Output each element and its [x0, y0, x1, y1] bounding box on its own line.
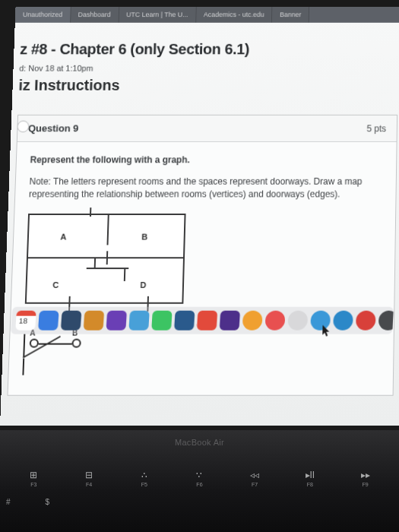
question-note: Note: The letters represent rooms and th…: [29, 176, 382, 201]
room-label-b: B: [141, 232, 147, 243]
laptop-screen: Unauthorized Dashboard UTC Learn | The U…: [0, 7, 399, 426]
macos-dock[interactable]: [11, 307, 394, 334]
key-f8[interactable]: ▸IIF8: [290, 470, 330, 487]
dock-app-icon[interactable]: [378, 311, 394, 331]
key-f4[interactable]: ⊟F4: [69, 470, 109, 487]
dock-app-icon[interactable]: [61, 311, 82, 331]
dock-app-icon[interactable]: [84, 311, 105, 331]
key-f3[interactable]: ⊞F3: [14, 470, 53, 487]
room-label-a: A: [60, 232, 66, 243]
tab-unauthorized[interactable]: Unauthorized: [15, 7, 71, 23]
dock-app-icon[interactable]: [174, 311, 195, 331]
mouse-cursor-icon: [322, 325, 331, 337]
question-label: Question 9: [28, 123, 79, 135]
room-label-c: C: [52, 280, 59, 291]
graph-node-a[interactable]: [30, 339, 39, 348]
dock-app-icon[interactable]: [242, 311, 263, 331]
graph-edge: [22, 359, 24, 375]
dock-app-icon[interactable]: [38, 311, 59, 331]
dock-app-icon[interactable]: [197, 311, 217, 331]
page-content: z #8 - Chapter 6 (only Section 6.1) d: N…: [1, 41, 399, 396]
question-body: Represent the following with a graph. No…: [8, 142, 396, 395]
graph-answer-area[interactable]: A B: [22, 334, 115, 380]
key-f6[interactable]: ∵F6: [179, 470, 219, 487]
instructions-heading: iz Instructions: [18, 77, 398, 93]
laptop-brand-label: MacBook Air: [0, 438, 399, 447]
tab-banner[interactable]: Banner: [272, 7, 309, 23]
key-dollar[interactable]: $: [46, 498, 50, 506]
function-key-row: ⊞F3 ⊟F4 ∴F5 ∵F6 ◃◃F7 ▸IIF8 ▸▸F9: [0, 470, 399, 487]
dock-app-icon[interactable]: [151, 311, 172, 331]
browser-tabs: Unauthorized Dashboard UTC Learn | The U…: [15, 7, 399, 23]
laptop-bezel: MacBook Air ⊞F3 ⊟F4 ∴F5 ∵F6 ◃◃F7 ▸IIF8 ▸…: [0, 430, 399, 532]
quiz-title: z #8 - Chapter 6 (only Section 6.1): [20, 41, 399, 58]
dock-app-icon[interactable]: [106, 311, 127, 331]
dock-app-icon[interactable]: [264, 311, 285, 331]
dock-app-icon[interactable]: [287, 311, 308, 331]
key-f5[interactable]: ∴F5: [125, 470, 164, 487]
dock-app-icon[interactable]: [128, 311, 150, 331]
quiz-due: d: Nov 18 at 1:10pm: [19, 64, 398, 73]
dock-app-icon[interactable]: [220, 311, 240, 331]
tab-dashboard[interactable]: Dashboard: [71, 7, 119, 23]
dock-app-icon[interactable]: [333, 311, 353, 331]
calendar-icon[interactable]: [15, 311, 36, 331]
question-header: Question 9 5 pts: [17, 116, 397, 142]
graph-edge: [23, 336, 61, 359]
floorplan-diagram: A B C D: [25, 214, 186, 304]
question-prompt: Represent the following with a graph.: [30, 154, 382, 166]
key-f9[interactable]: ▸▸F9: [346, 470, 385, 487]
graph-edge: [23, 334, 25, 357]
question-points: 5 pts: [366, 123, 386, 134]
room-label-d: D: [140, 280, 146, 291]
tab-utclearn[interactable]: UTC Learn | The U...: [119, 7, 196, 23]
dock-app-icon[interactable]: [356, 311, 376, 331]
graph-node-b[interactable]: [71, 339, 81, 348]
tab-academics[interactable]: Academics - utc.edu: [196, 7, 273, 23]
key-f7[interactable]: ◃◃F7: [235, 470, 274, 487]
question-card: Question 9 5 pts Represent the following…: [7, 115, 397, 396]
key-hash[interactable]: #: [6, 498, 11, 506]
